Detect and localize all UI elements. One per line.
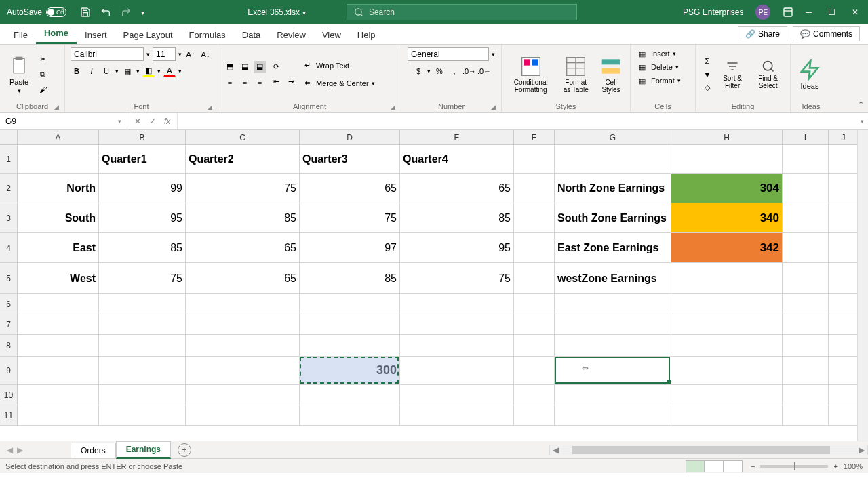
format-as-table-button[interactable]: Format as Table: [558, 54, 593, 95]
launcher-icon[interactable]: ◢: [54, 104, 59, 110]
row-head-9[interactable]: 9: [0, 357, 18, 385]
cell[interactable]: [783, 405, 829, 426]
wrap-text-button[interactable]: ↵Wrap Text: [301, 60, 375, 72]
cell[interactable]: [186, 335, 300, 357]
cell[interactable]: [555, 294, 671, 314]
col-head-G[interactable]: G: [555, 130, 671, 145]
align-center-icon[interactable]: ≡: [239, 76, 251, 88]
col-head-E[interactable]: E: [400, 130, 514, 145]
page-break-view-icon[interactable]: [724, 460, 743, 472]
cell[interactable]: South Zone Earnings: [555, 203, 671, 233]
cell[interactable]: [829, 145, 859, 174]
cell[interactable]: [671, 314, 783, 335]
spreadsheet-grid[interactable]: ABCDEFGHIJ 1234567891011 Quarter1Quarter…: [0, 130, 868, 441]
cell[interactable]: Quarter3: [300, 145, 400, 174]
delete-cells-button[interactable]: ▦Delete ▾: [636, 61, 679, 73]
cell[interactable]: [186, 357, 300, 385]
cell[interactable]: [555, 335, 671, 357]
cell[interactable]: [783, 357, 829, 385]
formula-input[interactable]: [178, 113, 856, 129]
sheet-prev-icon[interactable]: ◀: [7, 445, 13, 455]
cell[interactable]: [514, 405, 555, 426]
format-cells-button[interactable]: ▦Format ▾: [636, 75, 681, 87]
number-format-select[interactable]: [408, 47, 489, 61]
ideas-button[interactable]: Ideas: [796, 58, 823, 92]
page-layout-view-icon[interactable]: [705, 460, 724, 472]
cell[interactable]: [671, 357, 783, 385]
cell[interactable]: [400, 405, 514, 426]
maximize-icon[interactable]: ☐: [828, 7, 835, 17]
cell[interactable]: 304: [671, 174, 783, 203]
sheet-tab-orders[interactable]: Orders: [71, 443, 116, 458]
cell[interactable]: [514, 174, 555, 203]
row-head-8[interactable]: 8: [0, 335, 18, 357]
col-head-J[interactable]: J: [829, 130, 859, 145]
minimize-icon[interactable]: ─: [806, 7, 812, 17]
cell[interactable]: [18, 294, 99, 314]
cell[interactable]: North: [18, 174, 99, 203]
cell[interactable]: 85: [400, 203, 514, 233]
cell[interactable]: [514, 314, 555, 335]
cell[interactable]: [829, 174, 859, 203]
cell[interactable]: 95: [400, 233, 514, 263]
undo-icon[interactable]: [100, 7, 111, 18]
cell[interactable]: westZone Earnings: [555, 263, 671, 294]
borders-icon[interactable]: ▦: [121, 65, 134, 77]
align-top-icon[interactable]: ⬒: [224, 61, 236, 73]
cell[interactable]: [514, 263, 555, 294]
horizontal-scrollbar[interactable]: ◀▶: [549, 445, 868, 455]
font-color-icon[interactable]: A: [163, 65, 176, 77]
find-select-button[interactable]: Find & Select: [751, 58, 785, 91]
cell[interactable]: 300: [300, 357, 400, 385]
scroll-right-icon[interactable]: ▶: [856, 445, 867, 455]
close-icon[interactable]: ✕: [852, 7, 859, 17]
orientation-icon[interactable]: ⟳: [270, 61, 282, 73]
cell[interactable]: [18, 145, 99, 174]
select-all-corner[interactable]: [0, 130, 18, 145]
cell[interactable]: [99, 385, 186, 405]
grow-font-icon[interactable]: A↑: [184, 48, 197, 60]
cell[interactable]: [783, 233, 829, 263]
tab-home[interactable]: Home: [36, 24, 77, 44]
cell[interactable]: [671, 263, 783, 294]
fill-icon[interactable]: ▼: [701, 68, 713, 81]
autosum-icon[interactable]: Σ: [701, 55, 713, 67]
cell[interactable]: [400, 294, 514, 314]
cell[interactable]: [514, 233, 555, 263]
col-head-I[interactable]: I: [783, 130, 829, 145]
cell[interactable]: [99, 294, 186, 314]
row-head-6[interactable]: 6: [0, 294, 18, 314]
decrease-indent-icon[interactable]: ⇤: [270, 76, 282, 88]
cell[interactable]: [783, 145, 829, 174]
cell[interactable]: [555, 357, 671, 385]
cell[interactable]: [186, 405, 300, 426]
cell[interactable]: [99, 405, 186, 426]
enter-formula-icon[interactable]: ✓: [149, 117, 156, 126]
comma-icon[interactable]: ,: [448, 65, 460, 77]
cell[interactable]: [514, 145, 555, 174]
cell[interactable]: [829, 263, 859, 294]
expand-formula-icon[interactable]: ▾: [856, 118, 868, 125]
cell[interactable]: [555, 385, 671, 405]
cell[interactable]: [300, 335, 400, 357]
cell[interactable]: [829, 357, 859, 385]
cell[interactable]: [783, 174, 829, 203]
col-head-H[interactable]: H: [671, 130, 783, 145]
row-head-11[interactable]: 11: [0, 405, 18, 426]
launcher-icon[interactable]: ◢: [491, 104, 496, 110]
sheet-tab-earnings[interactable]: Earnings: [116, 441, 171, 459]
row-head-2[interactable]: 2: [0, 174, 18, 203]
conditional-formatting-button[interactable]: Conditional Formatting: [507, 54, 554, 95]
cell[interactable]: Quarter4: [400, 145, 514, 174]
cell[interactable]: East: [18, 233, 99, 263]
ribbon-display-icon[interactable]: [783, 7, 793, 18]
filename[interactable]: Excel 365.xlsx ▾: [248, 7, 306, 17]
cell[interactable]: [514, 294, 555, 314]
tab-formulas[interactable]: Formulas: [181, 26, 234, 44]
cell[interactable]: 65: [186, 263, 300, 294]
cell[interactable]: 75: [186, 174, 300, 203]
cell[interactable]: [99, 314, 186, 335]
cell-styles-button[interactable]: Cell Styles: [597, 54, 625, 95]
font-size-input[interactable]: [153, 47, 176, 61]
cell[interactable]: [186, 385, 300, 405]
